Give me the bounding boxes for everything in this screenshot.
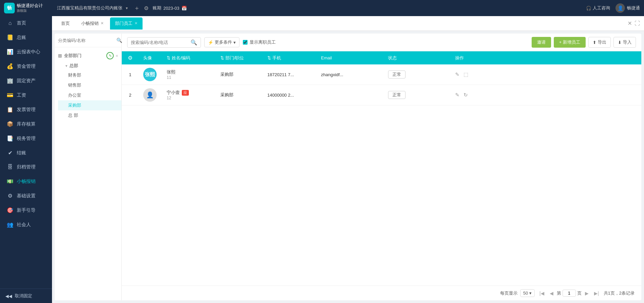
- tab-home[interactable]: 首页: [56, 17, 75, 30]
- table-row: 1 张熙 张熙 11 采购部: [122, 64, 641, 85]
- calendar-icon[interactable]: 📅: [181, 6, 187, 11]
- sidebar-item-ledger[interactable]: 📒 总账: [0, 30, 52, 45]
- logo-icon: 畅: [4, 3, 15, 13]
- sidebar-item-tax[interactable]: 📑 税务管理: [0, 131, 52, 146]
- headset-icon: 🎧: [586, 6, 591, 11]
- settings-icon[interactable]: ⚙: [144, 5, 149, 11]
- add-employee-button[interactable]: + 新增员工: [554, 37, 586, 48]
- next-page-button[interactable]: ▶: [583, 290, 591, 297]
- table-settings-icon[interactable]: ⚙: [128, 55, 132, 61]
- invoice-icon: 📋: [7, 106, 13, 113]
- avatar: 张熙: [143, 68, 157, 81]
- closing-icon: ✔: [7, 150, 13, 156]
- sidebar-item-closing[interactable]: ✔ 结账: [0, 146, 52, 160]
- dept-collapse-icon[interactable]: «: [116, 53, 118, 58]
- tab-close-expense[interactable]: ✕: [101, 21, 104, 26]
- row2-phone: 14000000 2...: [263, 85, 316, 105]
- invite-button[interactable]: 邀请: [532, 37, 551, 48]
- th-action: 操作: [450, 51, 641, 64]
- sidebar-item-fixed[interactable]: 🏢 固定资产: [0, 73, 52, 88]
- row1-name-code: 张熙 11: [162, 64, 216, 85]
- th-avatar: 头像: [139, 51, 162, 64]
- tab-department[interactable]: 部门员工 ✕: [110, 17, 143, 30]
- expand-tab-button[interactable]: ⛶: [635, 20, 640, 27]
- sidebar-bottom: ◀◀ 取消固定: [0, 289, 52, 303]
- support-button[interactable]: 🎧 人工咨询: [586, 5, 610, 11]
- tab-expense[interactable]: 小畅报销 ✕: [76, 17, 109, 30]
- export-button[interactable]: ⬆ 导出: [588, 37, 611, 48]
- import-button[interactable]: ⬇ 导入: [613, 37, 636, 48]
- page-number-input[interactable]: [562, 290, 576, 297]
- pagination: 每页显示 50 ▾ |◀ ◀ 第 页 ▶ ▶| 共1页，2条记录: [122, 286, 641, 300]
- more-filter-button[interactable]: ⚡ 更多条件 ▾: [204, 37, 239, 47]
- dept-search-icon[interactable]: 🔍: [116, 38, 122, 43]
- sidebar-item-partners[interactable]: 👥 社会人: [0, 217, 52, 232]
- row1-avatar: 张熙: [139, 64, 162, 85]
- dept-node-office[interactable]: 办公室: [58, 90, 121, 100]
- expense-icon: 💵: [7, 178, 13, 185]
- sidebar-item-report[interactable]: 📊 云报表中心: [0, 45, 52, 59]
- first-page-button[interactable]: |◀: [537, 290, 546, 297]
- sidebar-item-invoice[interactable]: 📋 发票管理: [0, 102, 52, 117]
- all-dept-header-left: ⊞ 全部部门: [58, 53, 82, 59]
- th-settings[interactable]: ⚙: [122, 51, 139, 64]
- last-page-button[interactable]: ▶|: [592, 290, 601, 297]
- company-selector[interactable]: 江西服宝精品有限责任公司内账张 ▼: [57, 5, 128, 11]
- dept-search-input[interactable]: [58, 38, 114, 43]
- top-header: 畅 畅捷通好会计 旗舰版 江西服宝精品有限责任公司内账张 ▼ ＋ ⚙ 账期 20…: [0, 0, 644, 16]
- sidebar-item-settings[interactable]: ⚙ 基础设置: [0, 189, 52, 203]
- dept-node-sales[interactable]: 销售部: [58, 80, 121, 90]
- prev-page-button[interactable]: ◀: [548, 290, 555, 297]
- add-company-icon[interactable]: ＋: [134, 4, 140, 12]
- sidebar-item-expense[interactable]: 💵 小畅报销: [0, 174, 52, 189]
- sidebar-item-payroll[interactable]: 💳 工资: [0, 88, 52, 102]
- payroll-icon: 💳: [7, 92, 13, 98]
- edit-icon[interactable]: ✎: [455, 92, 460, 98]
- pin-icon: ◀◀: [5, 294, 12, 299]
- page-size-select[interactable]: 50 ▾: [520, 289, 535, 297]
- row2-email: [316, 85, 383, 105]
- sidebar-item-inventory[interactable]: 📦 库存核算: [0, 117, 52, 131]
- table-row: 2 👤 宁小壹 应: [122, 85, 641, 105]
- main-layout: ⌂ 首页 📒 总账 📊 云报表中心 💰 资金管理 🏢 固定资产 💳 工资 📋 发…: [0, 16, 644, 303]
- dept-parent-node[interactable]: ▼ 总部: [58, 61, 121, 70]
- filter-dropdown-arrow: ▾: [233, 40, 236, 45]
- close-tab-button[interactable]: ✕: [628, 20, 632, 27]
- row1-phone: 18720211 7...: [263, 64, 316, 85]
- toolbar-right: 邀请 + 新增员工 ⬆ 导出 ⬇ 导入: [532, 37, 636, 48]
- tab-close-department[interactable]: ✕: [135, 21, 138, 26]
- dept-node-purchase[interactable]: 采购部: [58, 100, 121, 110]
- ledger-icon: 📒: [7, 34, 13, 41]
- employee-table: ⚙ 头像 ⇅ 姓名/编码 ⇅ 部门/职位 ⇅ 手机: [122, 51, 641, 105]
- show-resigned-checkbox[interactable]: [243, 40, 248, 45]
- sidebar-item-funds[interactable]: 💰 资金管理: [0, 59, 52, 73]
- row1-actions: ✎ ⬚: [450, 64, 641, 85]
- edit-icon[interactable]: ✎: [455, 71, 460, 78]
- th-name[interactable]: ⇅ 姓名/编码: [162, 51, 216, 64]
- th-phone[interactable]: ⇅ 手机: [263, 51, 316, 64]
- sidebar-item-home[interactable]: ⌂ 首页: [0, 16, 52, 30]
- refresh-icon[interactable]: ↻: [464, 92, 468, 98]
- employee-search-box: 🔍: [127, 37, 201, 48]
- all-dept-header[interactable]: ⊞ 全部部门 ✎ «: [55, 50, 121, 61]
- archive-icon: 🗄: [7, 164, 13, 170]
- dept-node-headquarters[interactable]: 总 部: [58, 110, 121, 120]
- cancel-fixed-button[interactable]: ◀◀ 取消固定: [0, 289, 52, 303]
- sidebar-item-guide[interactable]: 🎯 新手引导: [0, 203, 52, 217]
- row2-dept: 采购部: [216, 85, 263, 105]
- dept-node-finance[interactable]: 财务部: [58, 70, 121, 80]
- export-icon: ⬆: [593, 40, 596, 45]
- th-dept[interactable]: ⇅ 部门/职位: [216, 51, 263, 64]
- sidebar-item-archive[interactable]: 🗄 归档管理: [0, 160, 52, 174]
- user-menu[interactable]: 👤 畅捷通: [615, 3, 640, 13]
- dept-edit-button[interactable]: ✎: [106, 52, 114, 59]
- employee-toolbar: 🔍 ⚡ 更多条件 ▾ 显示离职员工 邀请 + 新增员工: [122, 34, 641, 51]
- employee-search-input[interactable]: [131, 40, 189, 45]
- employee-search-icon[interactable]: 🔍: [191, 39, 197, 46]
- employee-panel: 🔍 ⚡ 更多条件 ▾ 显示离职员工 邀请 + 新增员工: [122, 34, 641, 300]
- logout-icon[interactable]: ⬚: [464, 71, 468, 78]
- home-icon: ⌂: [7, 20, 13, 26]
- filter-icon: ⚡: [208, 40, 213, 45]
- show-resigned-checkbox-label[interactable]: 显示离职员工: [243, 39, 276, 45]
- table-header-row: ⚙ 头像 ⇅ 姓名/编码 ⇅ 部门/职位 ⇅ 手机: [122, 51, 641, 64]
